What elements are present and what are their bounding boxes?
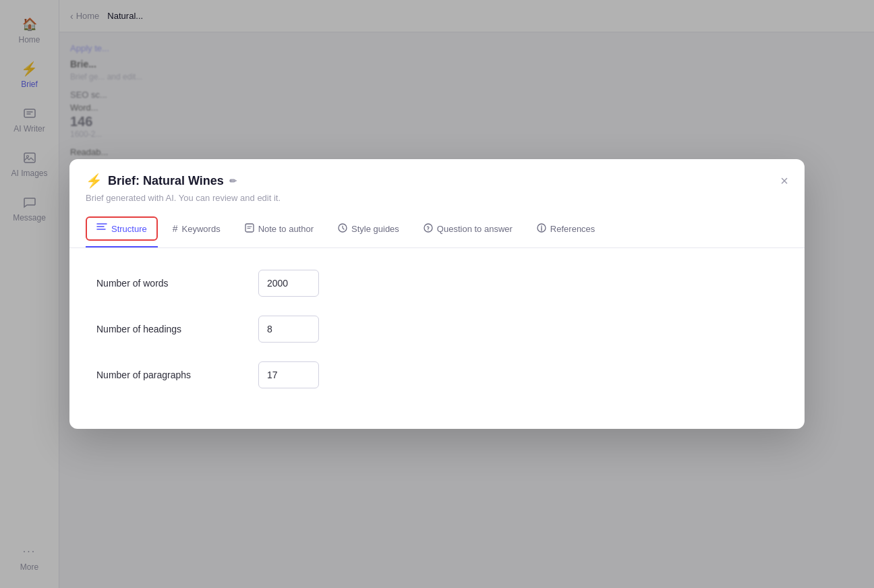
num-paragraphs-label: Number of paragraphs: [96, 370, 231, 380]
tab-question-to-answer[interactable]: Question to answer: [411, 211, 525, 247]
question-tab-icon: [424, 223, 433, 235]
num-paragraphs-row: Number of paragraphs: [96, 361, 778, 388]
tab-keywords-label: Keywords: [182, 224, 221, 234]
keywords-tab-icon: #: [173, 223, 178, 234]
num-paragraphs-input[interactable]: [258, 361, 319, 388]
modal-brief: ⚡ Brief: Natural Wines ✏ × Brief generat…: [69, 159, 805, 429]
svg-point-5: [424, 224, 432, 232]
svg-point-6: [428, 230, 428, 231]
modal-body: Number of words Number of headings Numbe…: [69, 248, 805, 429]
edit-title-icon[interactable]: ✏: [229, 176, 237, 186]
tab-note-label: Note to author: [258, 224, 314, 234]
num-words-row: Number of words: [96, 270, 778, 297]
note-tab-icon: [245, 223, 254, 235]
modal-title: ⚡ Brief: Natural Wines ✏: [86, 173, 237, 189]
tab-style-label: Style guides: [351, 224, 399, 234]
structure-tab-icon: [96, 222, 107, 235]
tab-structure[interactable]: Structure: [86, 211, 158, 247]
modal-close-button[interactable]: ×: [780, 174, 788, 187]
tab-style-guides[interactable]: Style guides: [326, 211, 411, 247]
modal-tabs: Structure # Keywords Note to author: [86, 211, 788, 247]
tab-question-label: Question to answer: [437, 224, 513, 234]
lightning-icon: ⚡: [86, 173, 103, 189]
style-tab-icon: [338, 223, 347, 235]
modal-subtitle: Brief generated with AI. You can review …: [86, 193, 788, 203]
modal-title-row: ⚡ Brief: Natural Wines ✏ ×: [86, 173, 788, 189]
num-headings-input[interactable]: [258, 316, 319, 343]
modal-header: ⚡ Brief: Natural Wines ✏ × Brief generat…: [69, 159, 805, 248]
tab-references-label: References: [550, 224, 595, 234]
num-words-input[interactable]: [258, 270, 319, 297]
references-tab-icon: [537, 223, 546, 235]
tab-note-to-author[interactable]: Note to author: [233, 211, 326, 247]
num-headings-row: Number of headings: [96, 316, 778, 343]
num-words-label: Number of words: [96, 278, 231, 289]
tab-references[interactable]: References: [525, 211, 607, 247]
num-headings-label: Number of headings: [96, 324, 231, 334]
tab-keywords[interactable]: # Keywords: [161, 211, 233, 247]
tab-structure-label: Structure: [111, 224, 147, 234]
